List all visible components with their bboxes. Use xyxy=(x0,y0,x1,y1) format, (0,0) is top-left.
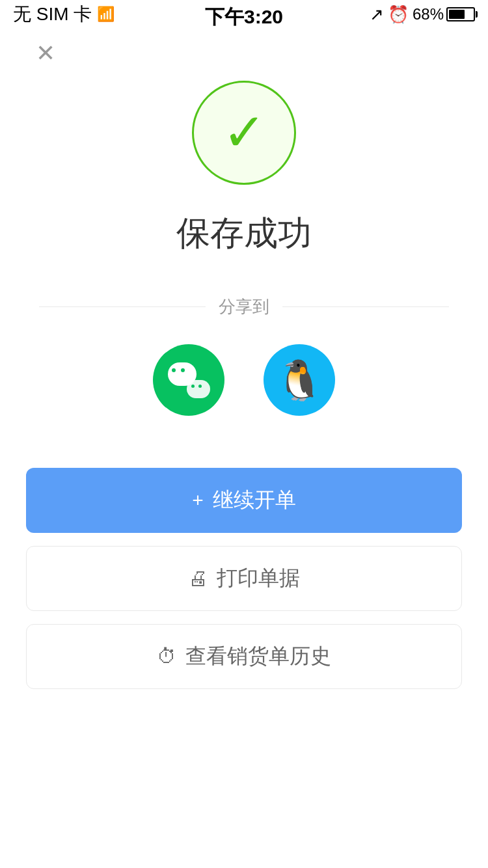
action-buttons: + 继续开单 🖨 打印单据 ⏱ 查看销货单历史 xyxy=(0,468,488,689)
print-icon: 🖨 xyxy=(188,567,208,590)
status-bar: 无 SIM 卡 📶 下午3:20 ↗ ⏰ 68% xyxy=(0,0,488,29)
close-button[interactable]: ✕ xyxy=(26,34,65,73)
wechat-share-button[interactable] xyxy=(153,344,224,416)
close-icon: ✕ xyxy=(36,40,55,67)
battery-icon xyxy=(446,7,475,21)
status-time: 下午3:20 xyxy=(205,4,283,31)
status-right: ↗ ⏰ 68% xyxy=(370,5,475,25)
plus-icon: + xyxy=(192,489,204,511)
wechat-logo xyxy=(168,362,210,398)
wifi-icon: 📶 xyxy=(97,6,115,23)
history-label: 查看销货单历史 xyxy=(185,642,331,671)
status-left: 无 SIM 卡 📶 xyxy=(13,2,115,27)
success-circle: ✓ xyxy=(192,81,296,185)
qq-penguin-icon: 🐧 xyxy=(275,357,324,403)
continue-order-label: 继续开单 xyxy=(213,486,296,515)
print-label: 打印单据 xyxy=(217,564,300,593)
checkmark-icon: ✓ xyxy=(223,107,266,159)
divider-line-right xyxy=(282,306,449,307)
success-title: 保存成功 xyxy=(176,211,312,256)
share-icons: 🐧 xyxy=(153,344,335,416)
main-content: ✓ 保存成功 分享到 🐧 + 继续开单 🖨 打印单据 xyxy=(0,29,488,689)
location-icon: ↗ xyxy=(370,5,384,25)
history-icon: ⏱ xyxy=(157,645,176,668)
continue-order-button[interactable]: + 继续开单 xyxy=(26,468,462,533)
print-button[interactable]: 🖨 打印单据 xyxy=(26,546,462,611)
wechat-bubble-small xyxy=(187,380,210,398)
history-button[interactable]: ⏱ 查看销货单历史 xyxy=(26,624,462,689)
alarm-icon: ⏰ xyxy=(388,5,409,25)
qq-share-button[interactable]: 🐧 xyxy=(264,344,335,416)
battery-fill xyxy=(449,10,465,19)
battery-text: 68% xyxy=(413,5,444,23)
battery-container: 68% xyxy=(413,5,475,23)
carrier-text: 无 SIM 卡 xyxy=(13,2,92,27)
share-label: 分享到 xyxy=(206,295,282,318)
share-divider: 分享到 xyxy=(0,295,488,318)
divider-line-left xyxy=(39,306,206,307)
